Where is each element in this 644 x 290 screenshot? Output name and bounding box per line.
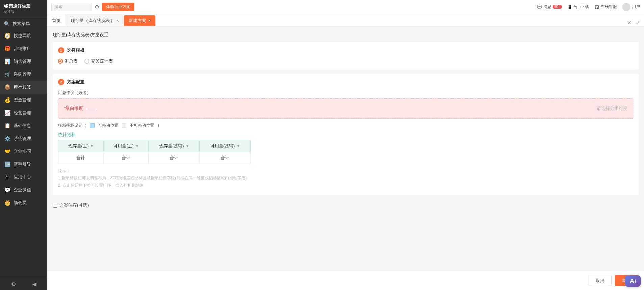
sidebar-item-system[interactable]: ⚙️ 系统管理 [0,132,47,145]
step2-title: 方案配置 [67,79,84,85]
tab-inventory-close[interactable]: × [117,18,119,23]
cell-0-0: 合计 [58,152,104,164]
message-icon: 💬 [537,5,542,9]
operations-icon: 📈 [4,110,11,116]
quick-nav-icon: 🧭 [4,33,11,39]
cell-3-0: 合计 [200,152,251,164]
radio-cross-circle [84,59,89,64]
main-area: 搜索 ⚙ 体验行业方案 💬 消息 99+ 📱 App下载 🎧 在线客服 用户 [47,0,644,290]
sidebar-item-label: 库存核算 [14,84,31,90]
tab-new-scheme-label: 新建方案 [129,18,146,24]
sidebar-item-sales[interactable]: 📊 销售管理 [0,55,47,68]
topbar-right: 💬 消息 99+ 📱 App下载 🎧 在线客服 用户 [537,3,640,11]
radio-cross[interactable]: 交叉统计表 [84,58,113,64]
user-menu[interactable]: 用户 [622,3,640,11]
message-btn[interactable]: 💬 消息 99+ [537,4,562,10]
tabs-bar: 首页 现存量（库存状况表） × 新建方案 × ✕ ⤢ [47,14,644,26]
sidebar-item-label: 系统管理 [14,136,31,142]
marketing-icon: 🎁 [4,46,11,52]
tab-new-scheme-close[interactable]: × [148,18,151,23]
radio-summary-circle [58,59,63,64]
dimension-placeholder: 请选择分组维度 [597,105,627,112]
guide-icon: 🆕 [4,161,11,167]
tip-1: 1.拖动标题栏可以调整布局，不可跨维度或指标区域拖动栏目字段(只能在同一维度或指… [58,175,633,182]
app-title: 畅康通好生意 [4,3,43,9]
chevron-down-icon: ▼ [236,144,240,148]
radio-summary-label: 汇总表 [65,58,78,64]
tab-inventory-status[interactable]: 现存量（库存状况表） × [66,15,124,26]
footer-bar: 取消 查询 [47,271,644,290]
sidebar-item-cooperation[interactable]: 🤝 企业协同 [0,145,47,158]
cancel-button[interactable]: 取消 [589,275,612,286]
tips-section: 提示： 1.拖动标题栏可以调整布局，不可跨维度或指标区域拖动栏目字段(只能在同一… [58,167,633,189]
sidebar-nav: 🧭 快捷导航 🎁 营销推广 📊 销售管理 🛒 采购管理 📦 库存核算 💰 资金管… [0,29,47,278]
sidebar-item-label: 经营管理 [14,110,31,116]
indicator-nondraggable: 不可拖动位置 [130,123,154,128]
tab-home[interactable]: 首页 [47,15,66,26]
sidebar-item-purchase[interactable]: 🛒 采购管理 [0,68,47,81]
sidebar-item-marketing[interactable]: 🎁 营销推广 [0,42,47,55]
step2-panel: 2 方案配置 汇总维度（必选） *纵向维度 —— 请选择分组维度 模板指标设定（… [53,74,639,195]
message-badge: 99+ [553,5,562,9]
sidebar-search[interactable]: 🔍 搜索菜单 [0,18,47,29]
stats-section: 统计指标 现存量(主) ▼ 可用量 [58,132,633,164]
app-download-btn[interactable]: 📱 App下载 [567,4,589,10]
basic-info-icon: 📋 [4,123,11,129]
tips-title: 提示： [58,168,70,173]
radio-summary[interactable]: 汇总表 [58,58,78,64]
wechat-icon: 💬 [4,187,11,193]
topbar-search-box[interactable]: 搜索 [51,3,92,11]
sidebar-item-basic-info[interactable]: 📋 基础信息 [0,119,47,132]
save-checkbox[interactable] [53,203,57,208]
sidebar-item-app-center[interactable]: 📱 应用中心 [0,171,47,184]
cooperation-icon: 🤝 [4,148,11,154]
chevron-down-icon: ▼ [90,144,94,148]
sidebar-item-finance[interactable]: 💰 资金管理 [0,94,47,106]
col-header-0[interactable]: 现存量(主) ▼ [58,140,104,152]
sidebar-item-label: 企业微信 [14,187,31,193]
chevron-down-icon: ▼ [185,144,189,148]
settings-btn[interactable]: ⚙ [11,281,16,287]
step1-header: 1 选择模板 [58,47,633,53]
col-header-3[interactable]: 可用量(基辅) ▼ [200,140,251,152]
col-header-1[interactable]: 可用量(主) ▼ [103,140,149,152]
stats-title: 统计指标 [58,132,633,138]
sidebar-item-guide[interactable]: 🆕 新手引导 [0,158,47,171]
collapse-btn[interactable]: ✕ [626,20,633,26]
radio-cross-label: 交叉统计表 [91,58,113,64]
indicator-draggable: 可拖动位置 [98,123,118,128]
online-service-btn[interactable]: 🎧 在线客服 [594,4,617,10]
search-icon: 🔍 [4,21,10,26]
sidebar-item-quick-nav[interactable]: 🧭 快捷导航 [0,29,47,42]
topbar-settings-icon[interactable]: ⚙ [95,4,99,10]
topbar-search-placeholder: 搜索 [54,4,63,10]
tab-new-scheme[interactable]: 新建方案 × [124,15,156,26]
ai-badge[interactable]: Ai [625,275,641,287]
sidebar-item-wechat[interactable]: 💬 企业微信 [0,184,47,196]
sidebar-item-label: 新手引导 [14,161,31,167]
online-service-label: 在线客服 [601,4,617,10]
expand-btn[interactable]: ⤢ [634,20,641,26]
sidebar-logo: 畅康通好生意 标准版 [0,0,47,18]
step2-num: 2 [58,79,64,85]
member-icon: 👑 [4,200,11,206]
indicator-close-paren: ） [157,123,162,128]
step2-header: 2 方案配置 [58,79,633,85]
sidebar-item-label: 畅会员 [14,200,27,206]
dimension-box[interactable]: *纵向维度 —— 请选择分组维度 [58,98,633,119]
indicator-settings: 模板指标设定（ 可拖动位置 不可拖动位置 ） [58,123,633,128]
finance-icon: 💰 [4,97,11,103]
sidebar-item-operations[interactable]: 📈 经营管理 [0,106,47,119]
sidebar-item-member[interactable]: 👑 畅会员 [0,196,47,209]
message-label: 消息 [543,4,551,10]
template-radio-group: 汇总表 交叉统计表 [58,58,633,64]
trial-button[interactable]: 体验行业方案 [102,3,134,11]
page-title: 现存量(库存状况表)方案设置 [53,32,639,38]
step1-num: 1 [58,47,64,53]
nondraggable-tag [122,123,126,128]
sidebar-item-inventory[interactable]: 📦 库存核算 [0,81,47,94]
stats-table: 现存量(主) ▼ 可用量(主) ▼ [58,140,251,164]
help-btn[interactable]: ◀ [32,281,36,287]
col-header-2[interactable]: 现存量(基辅) ▼ [149,140,200,152]
sidebar-item-label: 销售管理 [14,58,31,65]
